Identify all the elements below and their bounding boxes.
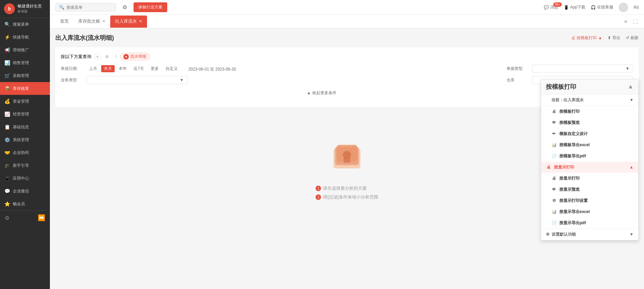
menu-template-export-pdf[interactable]: 📄 按模板导出pdf [541,151,638,162]
display-section-icon: 🖨 [546,164,551,170]
sidebar-item-label: 快捷导航 [13,34,29,40]
user-avatar[interactable] [619,3,628,12]
date-opt-more[interactable]: 更多 [148,65,162,72]
sidebar-item-search[interactable]: 🔍 搜索菜单 [0,18,50,31]
type-select[interactable]: ▼ [532,64,633,73]
collapse-icon[interactable]: ⏩ [38,214,45,221]
filter-add-button[interactable]: + [94,53,101,60]
sidebar-item-member[interactable]: ⭐ 畅会员 [0,198,50,210]
industry-button[interactable]: 体验行业方案 [134,2,167,12]
refresh-btn-label: 刷新 [631,35,639,41]
dropdown-current-item: 当前：出入库流水 ▼ [541,95,638,106]
dropdown-header-title: 按模板打印 [546,83,576,91]
menu-template-preview[interactable]: 👁 按模板预览 [541,117,638,128]
filter-collapse-button[interactable]: 《 [113,54,117,59]
sidebar-item-basic[interactable]: 📋 基础信息 [0,121,50,133]
sidebar-item-enterprise[interactable]: 🤝 企业协同 [0,146,50,159]
menu-template-customize[interactable]: ✏ 模板自定义设计 [541,128,638,139]
template-pdf-icon: 📄 [551,153,557,159]
empty-icon [327,138,367,179]
online-service-action[interactable]: 🎧 在线客服 [591,4,613,10]
tip-text-1: 请先选择要分析的方案 [323,185,367,191]
template-customize-icon: ✏ [551,131,557,136]
date-opt-custom[interactable]: 自定义 [163,65,180,72]
window-close-btn[interactable]: ✕ [622,18,629,25]
topbar-search-box[interactable]: 🔍 [55,3,116,11]
display-excel-icon: 📊 [551,209,557,214]
sidebar-item-inventory[interactable]: 📦 库存核算 [0,82,50,95]
topbar-actions: 💬 消息 99+ 📱 App下载 🎧 在线客服 Rit [544,3,639,12]
svg-rect-4 [344,158,350,163]
tab-home-label: 首页 [60,18,69,24]
sidebar-item-finance[interactable]: 💰 资金管理 [0,95,50,108]
menu-template-export-excel[interactable]: 📊 按模板导出excel [541,139,638,151]
display-print-settings-label: 按显示打印设置 [559,198,588,204]
refresh-icon: ↺ [626,35,629,40]
wechat-icon: 💬 [4,188,10,194]
template-export-excel-label: 按模板导出excel [559,142,590,148]
menu-display-print-settings[interactable]: ⚙ 按显示打印设置 [541,195,638,206]
sidebar-item-label: 畅会员 [13,201,25,207]
sidebar-footer: ⚙ ⏩ [0,210,50,225]
tab-batch-close[interactable]: ✕ [102,19,106,24]
logo-icon: b [4,3,15,14]
messages-action[interactable]: 💬 消息 99+ [544,4,558,10]
tab-flow[interactable]: 出入库流水 ✕ [110,16,147,28]
menu-display-print[interactable]: 🖨 按显示打印 [541,173,638,184]
print-template-button[interactable]: 🖨 按模板打印 ▲ [571,35,602,41]
tab-home[interactable]: 首页 [55,16,74,28]
filter-settings-button[interactable]: ⚙ [104,53,110,60]
filter-title: 按以下方案查询 [61,54,91,60]
sidebar-item-sales[interactable]: 📊 销售管理 [0,56,50,69]
settings-icon[interactable]: ⚙ [5,215,9,221]
purchase-icon: 🛒 [4,73,10,79]
dropdown-collapse-icon[interactable]: ▲ [627,83,634,90]
template-excel-icon: 📊 [551,142,557,148]
app-download-action[interactable]: 📱 App下载 [564,4,585,10]
date-opt-this-month[interactable]: 本月 [101,65,115,72]
menu-display-export-pdf[interactable]: 📄 按显示导出pdf [541,217,638,229]
user-name: Rit [634,5,639,10]
sidebar-item-quick-nav[interactable]: ⚡ 快捷导航 [0,31,50,44]
sidebar-item-system[interactable]: ⚙️ 系统管理 [0,133,50,146]
menu-display-export-excel[interactable]: 📊 按显示导出excel [541,206,638,217]
collapse-more-btn[interactable]: ▲ 收起更多条件 [307,90,336,96]
tab-flow-close[interactable]: ✕ [139,19,142,24]
app-download-icon: 📱 [564,5,569,10]
warehouse-label: 仓库 [506,77,527,83]
menu-display-preview[interactable]: 👁 按显示预览 [541,184,638,195]
operations-icon: 📈 [4,111,10,117]
template-preview-icon: 👁 [551,120,557,125]
date-opt-this-year[interactable]: 本年 [116,65,129,72]
sidebar-item-operations[interactable]: 📈 经营管理 [0,108,50,121]
sidebar-item-marketing[interactable]: 📢 营销推广 [0,44,50,56]
refresh-button[interactable]: ↺ 刷新 [626,35,639,41]
date-opt-7days[interactable]: 近7天 [131,65,147,72]
business-type-select[interactable]: ▼ [86,76,187,84]
search-icon: 🔍 [4,21,10,27]
date-opt-last-month[interactable]: 上月 [86,65,100,72]
sidebar-item-label: 系统管理 [13,137,29,143]
sidebar-item-wechat[interactable]: 💬 企业微信 [0,185,50,198]
online-service-label: 在线客服 [597,4,613,10]
export-button[interactable]: ⬆ 导出 [608,35,620,41]
display-export-pdf-label: 按显示导出pdf [559,220,586,226]
tab-batch[interactable]: 库存批次账 ✕ [74,16,110,28]
sidebar-item-guide[interactable]: 🎓 新手引导 [0,159,50,172]
tip-num-2: 2 [316,194,321,200]
template-print-label: 按模板打印 [559,109,580,114]
topbar-search-input[interactable] [66,5,107,10]
system-icon: ⚙️ [4,137,10,143]
display-section-header[interactable]: 🖨 按显示打印 ▲ [541,162,638,173]
dropdown-footer[interactable]: ⚙ 设置默认功能 ▼ [541,229,638,240]
menu-template-print[interactable]: 🖨 按模板打印 [541,106,638,117]
business-type-label: 业务类型 [61,77,81,83]
display-settings-icon: ⚙ [551,198,557,203]
topbar-gear-icon[interactable]: ⚙ [120,3,129,12]
display-pdf-icon: 📄 [551,220,557,226]
sidebar-item-app-center[interactable]: 📱 应用中心 [0,172,50,185]
window-expand-btn[interactable]: ⛶ [632,18,639,25]
sidebar-item-label: 库存核算 [13,86,29,91]
sidebar-item-purchase[interactable]: 🛒 采购管理 [0,69,50,82]
display-preview-icon: 👁 [551,187,557,192]
